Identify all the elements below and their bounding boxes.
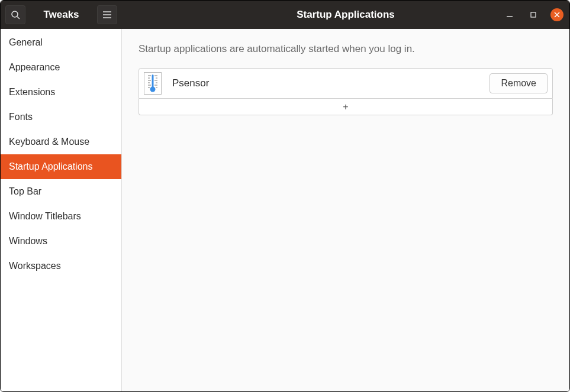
thermometer-icon bbox=[144, 72, 162, 95]
svg-point-0 bbox=[12, 11, 18, 17]
search-button[interactable] bbox=[5, 5, 25, 24]
close-button[interactable] bbox=[550, 8, 563, 21]
sidebar: GeneralAppearanceExtensionsFontsKeyboard… bbox=[1, 29, 122, 391]
sidebar-item-workspaces[interactable]: Workspaces bbox=[1, 254, 121, 278]
sidebar-item-windows[interactable]: Windows bbox=[1, 229, 121, 254]
tweaks-window: Tweaks Startup Applications bbox=[0, 0, 570, 392]
sidebar-item-extensions[interactable]: Extensions bbox=[1, 80, 121, 105]
search-icon bbox=[11, 10, 20, 20]
svg-rect-21 bbox=[152, 74, 154, 88]
sidebar-item-keyboard-mouse[interactable]: Keyboard & Mouse bbox=[1, 129, 121, 154]
startup-app-row: Psensor Remove bbox=[139, 68, 553, 99]
close-icon bbox=[554, 12, 560, 18]
sidebar-item-startup-applications[interactable]: Startup Applications bbox=[1, 154, 121, 179]
svg-rect-6 bbox=[531, 12, 536, 17]
sidebar-item-appearance[interactable]: Appearance bbox=[1, 55, 121, 80]
body: GeneralAppearanceExtensionsFontsKeyboard… bbox=[1, 29, 569, 391]
svg-point-22 bbox=[150, 87, 156, 92]
sidebar-item-top-bar[interactable]: Top Bar bbox=[1, 179, 121, 204]
content-pane: Startup applications are automatically s… bbox=[122, 29, 569, 391]
page-title: Startup Applications bbox=[122, 9, 569, 21]
sidebar-item-general[interactable]: General bbox=[1, 30, 121, 55]
titlebar: Tweaks Startup Applications bbox=[1, 1, 569, 29]
plus-icon: + bbox=[343, 102, 348, 112]
description-text: Startup applications are automatically s… bbox=[139, 43, 553, 55]
hamburger-icon bbox=[103, 11, 111, 18]
sidebar-item-window-titlebars[interactable]: Window Titlebars bbox=[1, 204, 121, 229]
maximize-button[interactable] bbox=[527, 8, 540, 21]
maximize-icon bbox=[530, 12, 536, 18]
minimize-icon bbox=[507, 12, 513, 18]
sidebar-item-fonts[interactable]: Fonts bbox=[1, 105, 121, 129]
add-startup-app-button[interactable]: + bbox=[139, 99, 553, 115]
app-title: Tweaks bbox=[25, 9, 97, 21]
menu-button[interactable] bbox=[97, 5, 117, 24]
titlebar-left-section: Tweaks bbox=[1, 1, 122, 29]
minimize-button[interactable] bbox=[503, 8, 516, 21]
svg-line-1 bbox=[17, 17, 20, 19]
window-controls bbox=[503, 1, 563, 29]
startup-app-name: Psensor bbox=[172, 77, 479, 89]
remove-button[interactable]: Remove bbox=[490, 73, 548, 93]
